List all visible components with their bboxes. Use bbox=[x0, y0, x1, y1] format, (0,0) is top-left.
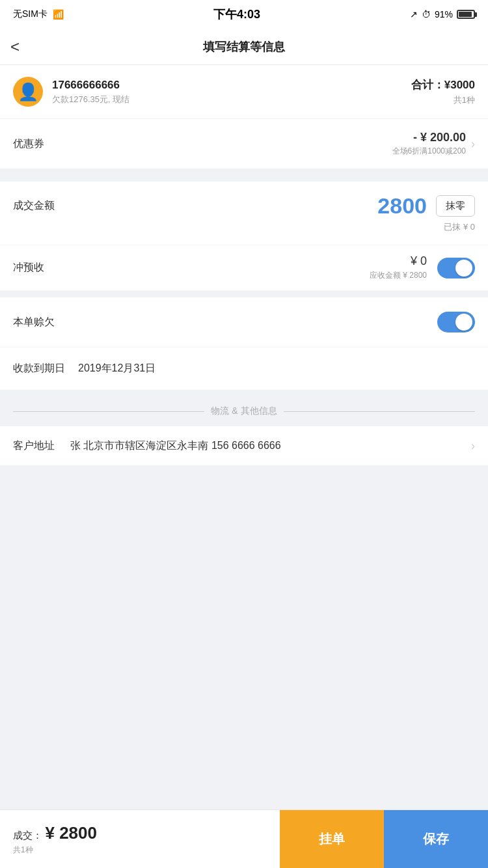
status-left: 无SIM卡 📶 bbox=[13, 8, 64, 20]
debt-row: 本单赊欠 bbox=[0, 297, 488, 347]
save-button[interactable]: 保存 bbox=[384, 810, 488, 869]
avatar-icon: 👤 bbox=[18, 82, 38, 102]
deal-amount-value: 2800 bbox=[377, 193, 427, 219]
bottom-summary: 成交： ¥ 2800 共1种 bbox=[0, 823, 280, 856]
battery-icon bbox=[457, 10, 475, 19]
address-value: 张 北京市市辖区海淀区永丰南 156 6666 6666 bbox=[70, 438, 461, 454]
page-title: 填写结算等信息 bbox=[203, 39, 285, 55]
prepay-section: 冲预收 ¥ 0 应收金额 ¥ 2800 bbox=[0, 245, 488, 291]
user-phone: 17666666666 bbox=[52, 79, 411, 92]
coupon-right: - ¥ 200.00 全场6折满1000减200 › bbox=[392, 131, 475, 157]
status-right: ↗ ⏱ 91% bbox=[410, 9, 475, 20]
main-content: 👤 17666666666 欠款1276.35元, 现结 合计：¥3000 共1… bbox=[0, 65, 488, 615]
logistics-line-left bbox=[13, 411, 204, 412]
round-zero-button[interactable]: 抹零 bbox=[436, 195, 475, 217]
deal-erased: 已抹 ¥ 0 bbox=[13, 221, 475, 233]
prepay-amount: ¥ 0 bbox=[370, 254, 427, 268]
coupon-info: - ¥ 200.00 全场6折满1000减200 bbox=[392, 131, 466, 157]
section-divider-2 bbox=[0, 291, 488, 297]
total-count: 共1种 bbox=[411, 94, 475, 106]
due-date-label: 收款到期日 bbox=[13, 362, 65, 375]
total-amount: 合计：¥3000 bbox=[411, 77, 475, 92]
deal-amount-label: 成交金额 bbox=[13, 199, 55, 213]
nav-bar: < 填写结算等信息 bbox=[0, 29, 488, 65]
alarm-icon: ⏱ bbox=[422, 9, 431, 20]
section-divider-3 bbox=[0, 390, 488, 396]
coupon-row[interactable]: 优惠券 - ¥ 200.00 全场6折满1000减200 › bbox=[0, 119, 488, 169]
bottom-deal-count: 共1种 bbox=[13, 845, 267, 856]
prepay-receivable: 应收金额 ¥ 2800 bbox=[370, 270, 427, 281]
prepay-top: 冲预收 ¥ 0 应收金额 ¥ 2800 bbox=[13, 254, 475, 281]
prepay-right: ¥ 0 应收金额 ¥ 2800 bbox=[370, 254, 475, 281]
back-button[interactable]: < bbox=[10, 38, 20, 56]
carrier-text: 无SIM卡 bbox=[13, 8, 47, 20]
section-divider-1 bbox=[0, 175, 488, 182]
gray-bg-area bbox=[0, 465, 488, 556]
user-total: 合计：¥3000 共1种 bbox=[411, 77, 475, 106]
prepay-toggle[interactable] bbox=[437, 258, 475, 278]
deal-amount-right: 2800 抹零 bbox=[377, 193, 475, 219]
address-row[interactable]: 客户地址 张 北京市市辖区海淀区永丰南 156 6666 6666 › bbox=[0, 426, 488, 465]
user-row: 👤 17666666666 欠款1276.35元, 现结 合计：¥3000 共1… bbox=[0, 65, 488, 119]
due-date-row: 收款到期日 2019年12月31日 bbox=[0, 347, 488, 390]
address-label: 客户地址 bbox=[13, 439, 60, 453]
logistics-text: 物流 & 其他信息 bbox=[211, 405, 277, 417]
coupon-discount: - ¥ 200.00 bbox=[392, 131, 466, 144]
user-info: 17666666666 欠款1276.35元, 现结 bbox=[52, 79, 411, 105]
coupon-label: 优惠券 bbox=[13, 137, 44, 151]
bottom-bar: 成交： ¥ 2800 共1种 挂单 保存 bbox=[0, 809, 488, 868]
logistics-line-right bbox=[284, 411, 475, 412]
location-icon: ↗ bbox=[410, 9, 418, 20]
bottom-deal-row: 成交： ¥ 2800 bbox=[13, 823, 267, 843]
avatar: 👤 bbox=[13, 77, 43, 107]
user-debt: 欠款1276.35元, 现结 bbox=[52, 94, 411, 105]
prepay-info: ¥ 0 应收金额 ¥ 2800 bbox=[370, 254, 427, 281]
deal-amount-row: 成交金额 2800 抹零 bbox=[13, 193, 475, 219]
deal-amount-section: 成交金额 2800 抹零 已抹 ¥ 0 bbox=[0, 182, 488, 245]
debt-toggle[interactable] bbox=[437, 312, 475, 332]
bottom-deal-label: 成交： bbox=[13, 830, 42, 841]
wifi-icon: 📶 bbox=[53, 9, 64, 20]
logistics-divider: 物流 & 其他信息 bbox=[0, 396, 488, 426]
bottom-deal-amount: ¥ 2800 bbox=[45, 823, 97, 843]
prepay-label: 冲预收 bbox=[13, 261, 44, 275]
battery-percent: 91% bbox=[435, 9, 453, 20]
debt-label: 本单赊欠 bbox=[13, 316, 55, 329]
chevron-right-icon: › bbox=[471, 137, 475, 151]
hang-button[interactable]: 挂单 bbox=[280, 810, 384, 869]
due-date-value: 2019年12月31日 bbox=[78, 362, 156, 375]
user-card: 👤 17666666666 欠款1276.35元, 现结 合计：¥3000 共1… bbox=[0, 65, 488, 169]
status-bar: 无SIM卡 📶 下午4:03 ↗ ⏱ 91% bbox=[0, 0, 488, 29]
status-time: 下午4:03 bbox=[213, 7, 260, 22]
coupon-desc: 全场6折满1000减200 bbox=[392, 146, 466, 157]
address-chevron-icon: › bbox=[471, 439, 475, 453]
